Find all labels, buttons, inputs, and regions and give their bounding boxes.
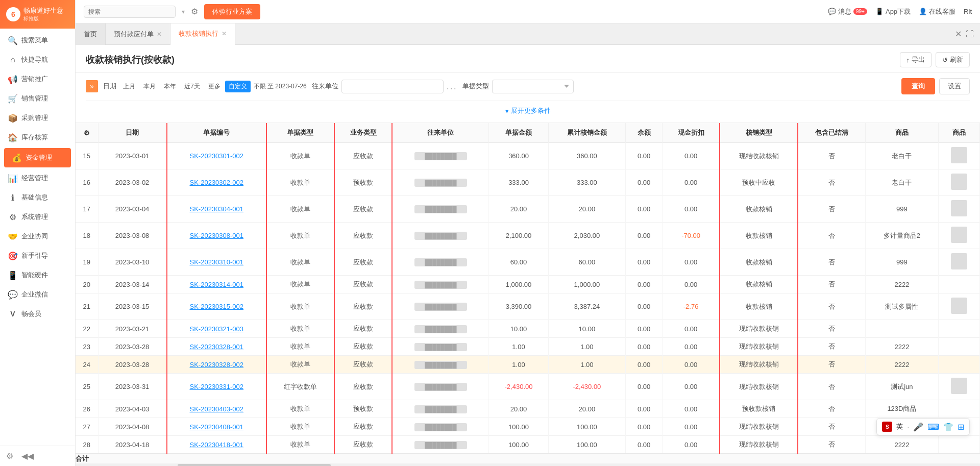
query-button[interactable]: 查询 — [901, 78, 935, 94]
export-button[interactable]: ↑ 导出 — [900, 52, 932, 67]
td-docno[interactable]: SK-20230331-002 — [167, 374, 266, 400]
settings-button[interactable]: 设置 — [939, 78, 970, 94]
shirt-icon[interactable]: 👕 — [943, 422, 953, 432]
table-row[interactable]: 262023-04-03SK-20230403-002收款单预收款███████… — [76, 400, 980, 418]
sidebar-item-operation[interactable]: 📊 经营管理 — [0, 168, 75, 188]
td-docno[interactable]: SK-20230403-002 — [167, 400, 266, 418]
td-docno[interactable]: SK-20230302-002 — [167, 169, 266, 196]
th-partner[interactable]: 往来单位 — [392, 123, 489, 143]
tab-receipt-verify[interactable]: 收款核销执行 ✕ — [170, 23, 235, 45]
td-discount: 0.00 — [663, 196, 720, 223]
td-doctype: 收款单 — [266, 223, 334, 249]
table-row[interactable]: 222023-03-21SK-20230321-003收款单应收款███████… — [76, 320, 980, 338]
th-verify-type[interactable]: 核销类型 — [720, 123, 798, 143]
date-7days-btn[interactable]: 近7天 — [181, 81, 204, 92]
tab-prepay[interactable]: 预付款应付单 ✕ — [106, 23, 170, 45]
td-docno[interactable]: SK-20230315-002 — [167, 293, 266, 320]
th-amount[interactable]: 单据金额 — [489, 123, 548, 143]
table-row[interactable]: 172023-03-04SK-20230304-001收款单应收款███████… — [76, 196, 980, 223]
td-docno[interactable]: SK-20230321-003 — [167, 320, 266, 338]
sidebar-item-search[interactable]: 🔍 搜索菜单 — [0, 31, 75, 50]
user-name[interactable]: Rit — [964, 8, 972, 15]
tab-prepay-close[interactable]: ✕ — [157, 31, 162, 38]
sidebar-item-finance[interactable]: 💰 资金管理 — [4, 148, 71, 167]
td-docno[interactable]: SK-20230418-001 — [167, 436, 266, 454]
sidebar-item-marketing[interactable]: 📢 营销推广 — [0, 69, 75, 89]
td-partner: ████████ — [392, 418, 489, 436]
sidebar-item-collab[interactable]: 🤝 企业协同 — [0, 227, 75, 246]
date-more-btn[interactable]: 更多 — [205, 81, 224, 92]
table-row[interactable]: 212023-03-15SK-20230315-002收款单应收款███████… — [76, 293, 980, 320]
table-row[interactable]: 232023-03-28SK-20230328-001收款单应收款███████… — [76, 338, 980, 356]
table-row[interactable]: 162023-03-02SK-20230302-002收款单预收款███████… — [76, 169, 980, 196]
th-settings[interactable]: ⚙ — [76, 123, 98, 143]
tab-home[interactable]: 首页 — [76, 23, 106, 45]
date-this-year-btn[interactable]: 本年 — [160, 81, 180, 92]
scrollbar-thumb[interactable] — [178, 464, 331, 466]
expand-more-btn[interactable]: ▾ 展开更多条件 — [505, 104, 551, 117]
table-row[interactable]: 272023-04-08SK-20230408-001收款单应收款███████… — [76, 418, 980, 436]
th-date[interactable]: 日期 — [98, 123, 167, 143]
sidebar-item-guide[interactable]: 🎯 新手引导 — [0, 246, 75, 265]
date-custom-btn[interactable]: 自定义 — [225, 81, 251, 92]
th-settled[interactable]: 包含已结清 — [798, 123, 865, 143]
sidebar-item-basic[interactable]: ℹ 基础信息 — [0, 188, 75, 207]
topbar-chevron-icon[interactable]: ▾ — [182, 8, 185, 15]
sidebar-item-system[interactable]: ⚙ 系统管理 — [0, 207, 75, 227]
filter-toggle-button[interactable]: » — [86, 80, 98, 92]
mic-icon[interactable]: 🎤 — [913, 422, 923, 432]
table-row[interactable]: 152023-03-01SK-20230301-002收款单应收款███████… — [76, 143, 980, 169]
th-goods[interactable]: 商品 — [866, 123, 939, 143]
table-row[interactable]: 182023-03-08SK-20230308-001收款单应收款███████… — [76, 223, 980, 249]
td-settled: 否 — [798, 196, 865, 223]
td-docno[interactable]: SK-20230408-001 — [167, 418, 266, 436]
th-verified[interactable]: 累计核销金额 — [548, 123, 626, 143]
sidebar-item-purchase[interactable]: 📦 采购管理 — [0, 108, 75, 128]
keyboard-icon[interactable]: ⌨ — [927, 422, 939, 432]
sidebar-item-sales[interactable]: 🛒 销售管理 — [0, 89, 75, 108]
sidebar-item-inventory[interactable]: 🏠 库存核算 — [0, 128, 75, 147]
td-docno[interactable]: SK-20230314-001 — [167, 276, 266, 293]
topbar-gear-icon[interactable]: ⚙ — [191, 7, 198, 16]
horizontal-scrollbar[interactable] — [76, 463, 980, 466]
table-row[interactable]: 242023-03-28SK-20230328-002收款单应收款███████… — [76, 356, 980, 374]
td-docno[interactable]: SK-20230304-001 — [167, 196, 266, 223]
date-last-month-btn[interactable]: 上月 — [119, 81, 139, 92]
td-docno[interactable]: SK-20230301-002 — [167, 143, 266, 169]
sidebar-item-member[interactable]: V 畅会员 — [0, 304, 75, 324]
tab-receipt-close[interactable]: ✕ — [222, 30, 227, 37]
settings-bottom-icon[interactable]: ⚙ — [6, 451, 13, 461]
apps-icon[interactable]: ⊞ — [958, 422, 964, 432]
partner-input[interactable] — [341, 80, 444, 93]
topbar-search-input[interactable] — [84, 6, 176, 18]
th-balance[interactable]: 余额 — [626, 123, 663, 143]
td-docno[interactable]: SK-20230310-001 — [167, 249, 266, 276]
message-button[interactable]: 💬 消息 99+ — [828, 7, 867, 16]
industry-solution-button[interactable]: 体验行业方案 — [204, 4, 260, 19]
table-row[interactable]: 282023-04-18SK-20230418-001收款单应收款███████… — [76, 436, 980, 454]
th-doc-no[interactable]: 单据编号 — [167, 123, 266, 143]
more-filters-dots[interactable]: ... — [447, 81, 457, 92]
sidebar-item-wechat[interactable]: 💬 企业微信 — [0, 285, 75, 304]
td-docno[interactable]: SK-20230308-001 — [167, 223, 266, 249]
doctype-select[interactable] — [492, 80, 574, 93]
td-docno[interactable]: SK-20230328-002 — [167, 356, 266, 374]
th-doc-type[interactable]: 单据类型 — [266, 123, 334, 143]
th-goods-img[interactable]: 商品 — [938, 123, 979, 143]
tab-expand-button[interactable]: ⛶ — [966, 30, 974, 39]
td-docno[interactable]: SK-20230328-001 — [167, 338, 266, 356]
th-discount[interactable]: 现金折扣 — [663, 123, 720, 143]
online-service-button[interactable]: 👤 在线客服 — [919, 7, 955, 16]
sidebar-item-quicknav[interactable]: ⌂ 快捷导航 — [0, 50, 75, 69]
table-row[interactable]: 192023-03-10SK-20230310-001收款单应收款███████… — [76, 249, 980, 276]
app-download-button[interactable]: 📱 App下载 — [875, 7, 911, 16]
sidebar-item-hardware[interactable]: 📱 智能硬件 — [0, 265, 75, 285]
marketing-icon: 📢 — [8, 75, 17, 84]
table-row[interactable]: 202023-03-14SK-20230314-001收款单应收款███████… — [76, 276, 980, 293]
refresh-button[interactable]: ↺ 刷新 — [936, 52, 970, 67]
date-this-month-btn[interactable]: 本月 — [140, 81, 159, 92]
collapse-icon[interactable]: ◀◀ — [21, 451, 34, 461]
tab-close-all-button[interactable]: ✕ — [955, 29, 962, 39]
table-row[interactable]: 252023-03-31SK-20230331-002红字收款单应收款█████… — [76, 374, 980, 400]
th-biz-type[interactable]: 业务类型 — [334, 123, 392, 143]
